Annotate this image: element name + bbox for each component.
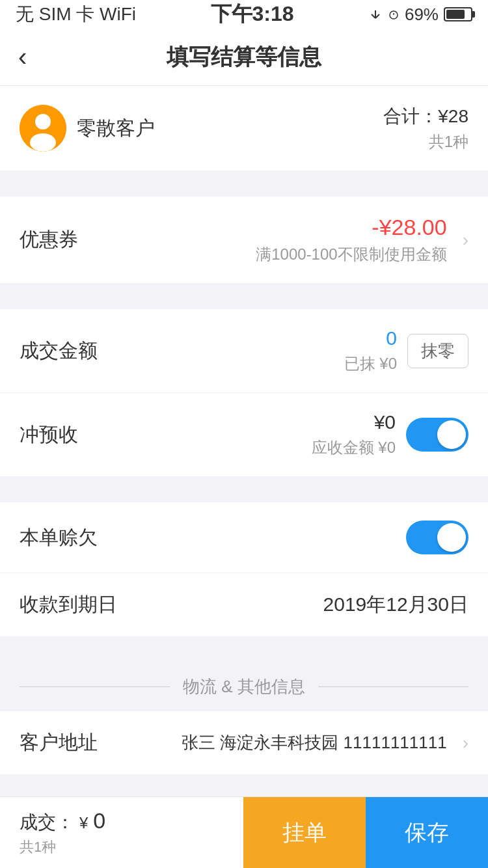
address-right: 张三 海淀永丰科技园 11111111111 ›	[182, 731, 468, 754]
credit-toggle[interactable]	[406, 521, 468, 554]
deal-amount-row: 成交金额 0 已抹 ¥0 抹零	[0, 309, 488, 393]
address-value: 张三 海淀永丰科技园 11111111111	[182, 731, 447, 754]
due-date-label: 收款到期日	[20, 591, 117, 618]
divider-1	[0, 183, 488, 197]
coupon-section: 优惠券 -¥28.00 满1000-100不限制使用金额 ›	[0, 197, 488, 283]
bottom-amount: 0	[93, 808, 105, 834]
prepaid-toggle[interactable]	[406, 418, 468, 452]
address-section: 客户地址 张三 海淀永丰科技园 11111111111 ›	[0, 711, 488, 774]
location-icon	[368, 9, 383, 20]
credit-section: 本单赊欠 收款到期日 2019年12月30日	[0, 502, 488, 636]
customer-total: 合计：¥28 共1种	[383, 104, 468, 152]
save-button[interactable]: 保存	[366, 797, 488, 869]
sep-line-right	[318, 686, 468, 687]
bottom-deal-label: 成交：	[20, 810, 74, 835]
content-area: 零散客户 合计：¥28 共1种 优惠券 -¥28.00 满1000-100不限制…	[0, 86, 488, 868]
credit-row: 本单赊欠	[0, 502, 488, 573]
bottom-count: 共1种	[20, 837, 224, 857]
back-button[interactable]: ‹	[18, 42, 27, 72]
prepaid-label: 冲预收	[20, 422, 78, 448]
bottom-currency: ¥	[79, 814, 88, 832]
logistics-label: 物流 & 其他信息	[183, 675, 305, 698]
coupon-right: -¥28.00 满1000-100不限制使用金额 ›	[256, 215, 468, 265]
battery-icon	[444, 7, 472, 21]
coupon-row[interactable]: 优惠券 -¥28.00 满1000-100不限制使用金额 ›	[0, 197, 488, 283]
prepaid-sub: 应收金额 ¥0	[312, 437, 396, 458]
address-row[interactable]: 客户地址 张三 海淀永丰科技园 11111111111 ›	[0, 711, 488, 774]
alarm-icon	[388, 8, 400, 20]
page-title: 填写结算等信息	[167, 42, 321, 72]
chevron-right-icon: ›	[463, 230, 468, 251]
sep-line-left	[20, 686, 170, 687]
coupon-description: 满1000-100不限制使用金额	[256, 244, 446, 265]
divider-3	[0, 489, 488, 502]
deal-amount-label: 成交金额	[20, 338, 98, 364]
credit-label: 本单赊欠	[20, 524, 98, 551]
coupon-label: 优惠券	[20, 226, 78, 253]
customer-left: 零散客户	[20, 105, 155, 152]
total-count: 共1种	[383, 131, 468, 152]
pending-button[interactable]: 挂单	[243, 797, 366, 869]
credit-toggle-knob	[437, 523, 466, 552]
deal-amount-sub: 已抹 ¥0	[344, 353, 397, 374]
svg-point-3	[35, 114, 51, 129]
logistics-separator: 物流 & 其他信息	[0, 662, 488, 711]
credit-right	[406, 521, 468, 554]
status-bar: 无 SIM 卡 WiFi 下午3:18 69%	[0, 0, 488, 29]
prepaid-row: 冲预收 ¥0 应收金额 ¥0	[0, 393, 488, 476]
round-off-button[interactable]: 抹零	[407, 334, 468, 368]
bottom-deal-row: 成交： ¥ 0	[20, 808, 224, 835]
svg-point-4	[30, 133, 56, 152]
bottom-bar: 成交： ¥ 0 共1种 挂单 保存	[0, 796, 488, 868]
coupon-discount: -¥28.00	[256, 215, 446, 240]
divider-4	[0, 649, 488, 662]
battery-percent: 69%	[405, 5, 439, 25]
bottom-info: 成交： ¥ 0 共1种	[0, 808, 243, 857]
total-amount: 合计：¥28	[383, 104, 468, 129]
status-time: 下午3:18	[211, 0, 294, 29]
status-left: 无 SIM 卡 WiFi	[16, 2, 136, 27]
address-label: 客户地址	[20, 729, 98, 756]
prepaid-right: ¥0 应收金额 ¥0	[312, 411, 468, 458]
divider-2	[0, 296, 488, 309]
toggle-knob	[437, 420, 466, 449]
prepaid-amount: ¥0	[312, 411, 396, 433]
deal-amount-right: 0 已抹 ¥0 抹零	[344, 327, 468, 374]
nav-bar: ‹ 填写结算等信息	[0, 29, 488, 86]
customer-row: 零散客户 合计：¥28 共1种	[0, 86, 488, 170]
sim-status: 无 SIM 卡 WiFi	[16, 2, 136, 27]
due-date-row: 收款到期日 2019年12月30日	[0, 573, 488, 636]
deal-section: 成交金额 0 已抹 ¥0 抹零 冲预收 ¥0 应收金额 ¥0	[0, 309, 488, 476]
status-right: 69%	[368, 5, 472, 25]
address-chevron-icon: ›	[463, 733, 468, 753]
deal-amount-value: 0	[344, 327, 397, 349]
customer-name: 零散客户	[77, 115, 155, 142]
due-date-value: 2019年12月30日	[323, 591, 468, 618]
avatar	[20, 105, 66, 152]
